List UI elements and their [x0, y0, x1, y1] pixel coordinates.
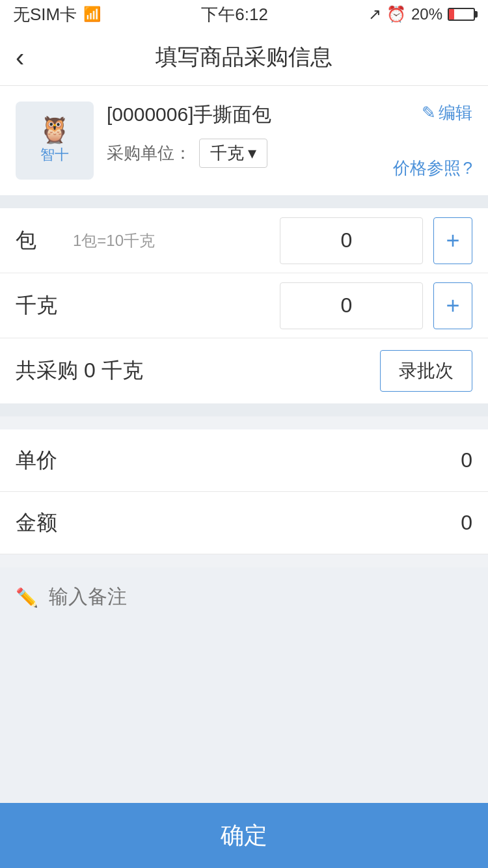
- kg-input-wrap: +: [68, 282, 472, 329]
- pencil-icon: ✏️: [16, 587, 38, 608]
- price-ref-button[interactable]: 价格参照 ?: [393, 157, 472, 180]
- unit-selector[interactable]: 千克 ▾: [199, 139, 267, 168]
- brand-label: 智十: [40, 145, 69, 165]
- unit-price-row: 单价 0: [0, 429, 488, 492]
- bag-label: 包: [16, 226, 68, 255]
- product-card: 🦉 智十 [0000006]手撕面包 采购单位： 千克 ▾ ✎ 编辑 价格参照 …: [0, 86, 488, 195]
- confirm-button[interactable]: 确定: [0, 803, 488, 868]
- product-image: 🦉 智十: [16, 102, 94, 180]
- unit-value: 千克: [210, 142, 244, 165]
- kg-input[interactable]: [280, 282, 423, 329]
- summary-row: 共采购 0 千克 录批次: [0, 338, 488, 403]
- back-button[interactable]: ‹: [16, 44, 24, 70]
- time-text: 下午6:12: [201, 3, 268, 26]
- unit-label: 采购单位：: [107, 142, 191, 165]
- help-icon: ?: [463, 158, 472, 178]
- remark-section: ✏️: [0, 567, 488, 645]
- status-right: ↗ ⏰ 20%: [368, 5, 475, 23]
- nav-bar: ‹ 填写商品采购信息: [0, 29, 488, 86]
- kg-plus-button[interactable]: +: [433, 282, 472, 329]
- wifi-icon: 📶: [83, 6, 101, 23]
- edit-button[interactable]: ✎ 编辑: [422, 102, 472, 124]
- amount-row: 金额 0: [0, 492, 488, 554]
- price-ref-label: 价格参照: [393, 157, 461, 180]
- bag-sublabel: 1包=10千克: [73, 230, 155, 251]
- form-section: 包 1包=10千克 + 千克 + 共采购 0 千克 录批次: [0, 208, 488, 403]
- dropdown-icon: ▾: [248, 143, 256, 163]
- edit-icon: ✎: [422, 103, 436, 123]
- carrier-text: 无SIM卡: [13, 3, 77, 26]
- unit-price-value: 0: [461, 448, 472, 472]
- bag-input-wrap: +: [155, 217, 472, 264]
- product-name: [0000006]手撕面包: [107, 102, 472, 128]
- kg-row: 千克 +: [0, 273, 488, 338]
- status-left: 无SIM卡 📶: [13, 3, 101, 26]
- remark-input[interactable]: [49, 586, 472, 608]
- divider-middle: [0, 403, 488, 416]
- divider-top: [0, 195, 488, 208]
- kg-label: 千克: [16, 292, 68, 320]
- alarm-icon: ⏰: [386, 5, 406, 23]
- amount-label: 金额: [16, 509, 57, 537]
- batch-button[interactable]: 录批次: [380, 350, 472, 392]
- bag-input[interactable]: [280, 217, 423, 264]
- unit-price-label: 单价: [16, 446, 57, 475]
- page-title: 填写商品采购信息: [156, 42, 332, 72]
- battery-percent: 20%: [411, 5, 442, 23]
- amount-value: 0: [461, 511, 472, 535]
- owl-icon: 🦉: [38, 116, 71, 142]
- summary-text: 共采购 0 千克: [16, 357, 143, 385]
- edit-label: 编辑: [439, 102, 472, 124]
- location-icon: ↗: [368, 5, 381, 23]
- bag-row: 包 1包=10千克 +: [0, 208, 488, 273]
- price-section: 单价 0 金额 0: [0, 429, 488, 554]
- status-bar: 无SIM卡 📶 下午6:12 ↗ ⏰ 20%: [0, 0, 488, 29]
- bag-plus-button[interactable]: +: [433, 217, 472, 264]
- battery-icon: [448, 8, 475, 21]
